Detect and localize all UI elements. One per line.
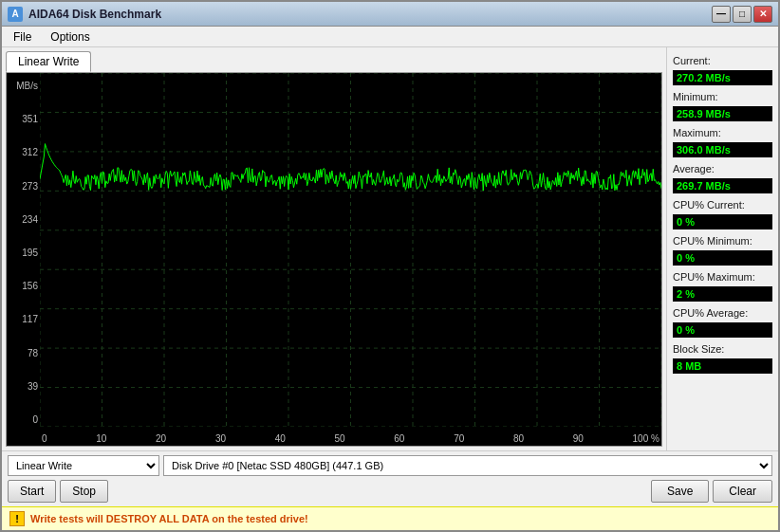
y-label-234: 234 bbox=[9, 214, 38, 225]
cpu-maximum-label: CPU% Maximum: bbox=[673, 271, 772, 283]
window-title: AIDA64 Disk Benchmark bbox=[28, 8, 161, 21]
x-label-10: 10 bbox=[96, 433, 106, 444]
title-bar-buttons: — □ ✕ bbox=[712, 6, 772, 23]
maximum-value: 306.0 MB/s bbox=[673, 142, 772, 157]
x-label-20: 20 bbox=[156, 433, 166, 444]
y-unit: MB/s bbox=[9, 81, 38, 91]
x-label-50: 50 bbox=[335, 433, 345, 444]
y-label-78: 78 bbox=[9, 348, 38, 358]
clear-button[interactable]: Clear bbox=[713, 480, 772, 503]
current-label: Current: bbox=[673, 55, 772, 66]
x-label-0: 0 bbox=[42, 433, 47, 444]
grid-area bbox=[40, 73, 661, 427]
controls-row2: Start Stop Save Clear bbox=[8, 480, 772, 503]
menu-options[interactable]: Options bbox=[43, 28, 97, 46]
close-button[interactable]: ✕ bbox=[753, 6, 772, 23]
warning-bar: ! Write tests will DESTROY ALL DATA on t… bbox=[2, 506, 778, 530]
cpu-minimum-value: 0 % bbox=[673, 250, 772, 266]
y-label-312: 312 bbox=[9, 147, 38, 157]
current-value: 270.2 MB/s bbox=[673, 70, 772, 85]
minimize-button[interactable]: — bbox=[712, 6, 731, 23]
cpu-current-value: 0 % bbox=[673, 214, 772, 229]
title-bar-left: A AIDA64 Disk Benchmark bbox=[8, 7, 161, 22]
test-type-dropdown[interactable]: Linear Write bbox=[8, 455, 159, 476]
minimum-label: Minimum: bbox=[673, 91, 772, 102]
block-size-label: Block Size: bbox=[673, 343, 772, 355]
x-axis-labels: 0 10 20 30 40 50 60 70 80 90 100 % bbox=[40, 433, 661, 444]
app-icon: A bbox=[8, 7, 23, 22]
x-label-90: 90 bbox=[573, 433, 584, 444]
x-label-100: 100 % bbox=[633, 433, 659, 444]
y-label-117: 117 bbox=[9, 314, 38, 324]
block-size-value: 8 MB bbox=[673, 358, 772, 374]
chart-area: Linear Write MB/s 351 312 273 234 195 15… bbox=[2, 47, 666, 450]
cpu-current-label: CPU% Current: bbox=[673, 199, 772, 211]
maximum-label: Maximum: bbox=[673, 127, 772, 138]
warning-icon: ! bbox=[9, 511, 25, 526]
menu-file[interactable]: File bbox=[6, 28, 39, 46]
main-window: A AIDA64 Disk Benchmark — □ ✕ File Optio… bbox=[0, 0, 780, 532]
chart-container: MB/s 351 312 273 234 195 156 117 78 39 0 bbox=[6, 72, 662, 447]
title-bar: A AIDA64 Disk Benchmark — □ ✕ bbox=[2, 2, 778, 27]
y-axis: MB/s 351 312 273 234 195 156 117 78 39 0 bbox=[7, 73, 40, 446]
drive-dropdown[interactable]: Disk Drive #0 [Netac SSD 480GB] (447.1 G… bbox=[163, 455, 772, 476]
bottom-controls: Linear Write Disk Drive #0 [Netac SSD 48… bbox=[2, 450, 778, 506]
cpu-maximum-value: 2 % bbox=[673, 286, 772, 302]
chart-inner: MB/s 351 312 273 234 195 156 117 78 39 0 bbox=[7, 73, 661, 446]
x-label-80: 80 bbox=[513, 433, 524, 444]
minimum-value: 258.9 MB/s bbox=[673, 106, 772, 121]
y-label-156: 156 bbox=[9, 281, 38, 291]
save-button[interactable]: Save bbox=[651, 480, 709, 503]
maximize-button[interactable]: □ bbox=[733, 6, 752, 23]
y-label-273: 273 bbox=[9, 181, 38, 192]
cpu-average-value: 0 % bbox=[673, 322, 772, 338]
x-label-40: 40 bbox=[275, 433, 286, 444]
cpu-minimum-label: CPU% Minimum: bbox=[673, 235, 772, 247]
warning-text: Write tests will DESTROY ALL DATA on the… bbox=[30, 513, 308, 524]
cpu-average-label: CPU% Average: bbox=[673, 307, 772, 319]
x-label-60: 60 bbox=[394, 433, 404, 444]
stop-button[interactable]: Stop bbox=[60, 480, 108, 503]
chart-plot: 46:59 0 10 20 30 40 50 bbox=[40, 73, 661, 446]
x-label-30: 30 bbox=[215, 433, 226, 444]
controls-row1: Linear Write Disk Drive #0 [Netac SSD 48… bbox=[8, 455, 772, 476]
start-button[interactable]: Start bbox=[8, 480, 56, 503]
tab-bar: Linear Write bbox=[6, 51, 662, 72]
y-label-0: 0 bbox=[9, 414, 38, 425]
menu-bar: File Options bbox=[2, 27, 778, 47]
main-content: Linear Write MB/s 351 312 273 234 195 15… bbox=[2, 47, 778, 450]
x-label-70: 70 bbox=[454, 433, 464, 444]
y-label-39: 39 bbox=[9, 381, 38, 392]
average-label: Average: bbox=[673, 163, 772, 174]
sidebar: Current: 270.2 MB/s Minimum: 258.9 MB/s … bbox=[666, 47, 778, 450]
y-label-195: 195 bbox=[9, 248, 38, 258]
tab-linear-write[interactable]: Linear Write bbox=[6, 51, 91, 72]
average-value: 269.7 MB/s bbox=[673, 178, 772, 193]
y-label-351: 351 bbox=[9, 114, 38, 124]
